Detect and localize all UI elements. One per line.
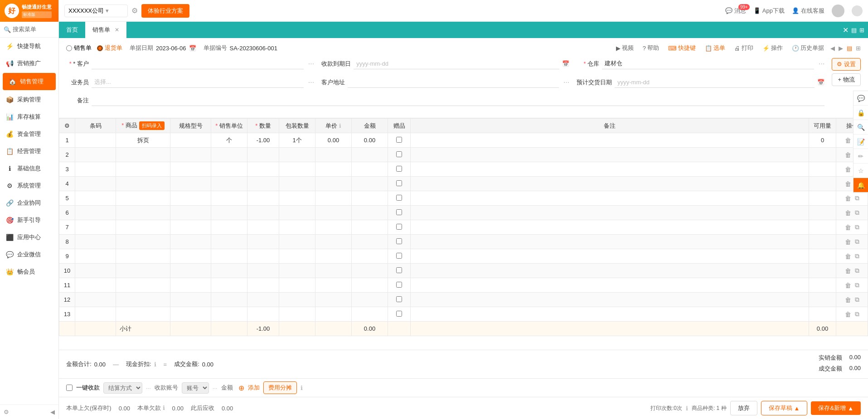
- logistics-btn[interactable]: + 物流: [832, 73, 861, 86]
- save-new-btn[interactable]: 保存&新增 ▲: [811, 401, 861, 415]
- discount-info-icon[interactable]: ℹ: [154, 361, 156, 368]
- row-product[interactable]: 拆页: [116, 133, 170, 148]
- gift-checkbox[interactable]: [396, 195, 402, 201]
- row-barcode[interactable]: [75, 133, 116, 148]
- gift-checkbox[interactable]: [396, 224, 402, 230]
- settings-bottom-icon[interactable]: ⚙: [4, 409, 9, 415]
- radio-return[interactable]: 退货单: [97, 44, 122, 52]
- sidebar-item-apps[interactable]: ⬛ 应用中心: [0, 229, 58, 246]
- warehouse-input[interactable]: 建材仓: [602, 58, 814, 69]
- help-btn[interactable]: ? 帮助: [640, 43, 662, 53]
- th-settings[interactable]: ⚙: [59, 119, 75, 133]
- sidebar-item-operation[interactable]: 📋 经营管理: [0, 143, 58, 160]
- gift-checkbox[interactable]: [396, 166, 402, 172]
- tab-sales-order[interactable]: 销售单 ✕: [85, 22, 126, 38]
- row-price[interactable]: 0.00: [315, 133, 352, 148]
- address-dots[interactable]: ···: [563, 78, 569, 87]
- delete-icon[interactable]: 🗑: [845, 311, 851, 318]
- sidebar-item-system[interactable]: ⚙ 系统管理: [0, 177, 58, 194]
- calendar3-icon[interactable]: 📅: [817, 79, 824, 86]
- copy-icon[interactable]: ⧉: [855, 194, 859, 202]
- row-pack-qty[interactable]: 1个: [279, 133, 315, 148]
- message-btn[interactable]: 💬 消息 99+: [725, 7, 746, 15]
- gift-checkbox[interactable]: [396, 253, 402, 259]
- copy-icon[interactable]: ⧉: [855, 252, 859, 260]
- float-icon-2[interactable]: 🔒: [853, 106, 868, 120]
- gift-checkbox[interactable]: [396, 238, 402, 244]
- app-download-btn[interactable]: 📱 App下载: [753, 7, 785, 15]
- print-btn[interactable]: 🖨 打印: [732, 43, 756, 53]
- save-draft-btn[interactable]: 保存草稿 ▲: [761, 401, 808, 415]
- list-view-icon[interactable]: ▤: [847, 45, 852, 52]
- sidebar-item-member[interactable]: 👑 畅会员: [0, 263, 58, 280]
- nav-next-icon[interactable]: ▶: [839, 45, 843, 52]
- layout-icon1[interactable]: ▤: [851, 27, 857, 34]
- radio-sales[interactable]: 销售单: [66, 44, 92, 52]
- calc-method-select[interactable]: 结算方式: [103, 382, 142, 394]
- float-icon-4[interactable]: 📝: [853, 135, 868, 149]
- customer-dots[interactable]: ···: [308, 60, 314, 68]
- grid-view-icon[interactable]: ⊞: [856, 45, 861, 52]
- copy-icon[interactable]: ⧉: [855, 267, 859, 275]
- order-no-value[interactable]: SA-20230606-001: [230, 45, 278, 52]
- delete-icon[interactable]: 🗑: [845, 195, 851, 202]
- close-window-icon[interactable]: ✕: [843, 26, 849, 34]
- float-icon-7[interactable]: 🔔: [853, 178, 868, 193]
- float-icon-5[interactable]: ✏: [853, 149, 868, 164]
- sidebar-item-guide[interactable]: 🎯 新手引导: [0, 212, 58, 229]
- sidebar-item-sales[interactable]: 🏠 销售管理: [3, 73, 56, 90]
- gift-checkbox[interactable]: [396, 137, 402, 143]
- gift-checkbox[interactable]: [396, 267, 402, 273]
- warehouse-dots[interactable]: ···: [819, 60, 824, 68]
- date-value[interactable]: 2023-06-06: [156, 45, 186, 52]
- delete-icon[interactable]: 🗑: [845, 137, 851, 144]
- sidebar-item-inventory[interactable]: 📊 库存核算: [0, 108, 58, 125]
- sidebar-item-collab[interactable]: 🔗 企业协同: [0, 194, 58, 212]
- sidebar-item-base[interactable]: ℹ 基础信息: [0, 160, 58, 177]
- history-btn[interactable]: 🕐 历史单据: [789, 43, 827, 53]
- remarks-input[interactable]: [92, 95, 824, 106]
- delete-icon[interactable]: 🗑: [845, 253, 851, 260]
- tab-home[interactable]: 首页: [59, 22, 85, 38]
- gift-checkbox[interactable]: [396, 311, 402, 317]
- delete-icon[interactable]: 🗑: [845, 151, 851, 159]
- delete-icon[interactable]: 🗑: [845, 282, 851, 289]
- gift-checkbox[interactable]: [396, 209, 402, 215]
- company-selector[interactable]: XXXXXX公司 ▾: [64, 5, 128, 17]
- delete-icon[interactable]: 🗑: [845, 296, 851, 303]
- nav-prev-icon[interactable]: ◀: [830, 45, 835, 52]
- add-btn-circle[interactable]: ⊕: [238, 384, 244, 392]
- radio-return-input[interactable]: [97, 45, 103, 51]
- customer-address-input[interactable]: [348, 77, 559, 88]
- user-avatar[interactable]: [832, 5, 844, 17]
- salesperson-dots[interactable]: ···: [308, 78, 314, 87]
- expected-date-input[interactable]: yyyy-mm-dd: [615, 77, 815, 88]
- expense-info-icon[interactable]: ℹ: [301, 385, 303, 391]
- select-btn[interactable]: 📋 选单: [702, 43, 728, 53]
- settings-form-btn[interactable]: ⚙ 设置: [832, 58, 861, 71]
- delete-icon[interactable]: 🗑: [845, 224, 851, 231]
- account-select[interactable]: 账号: [182, 382, 209, 394]
- trial-btn[interactable]: 体验行业方案: [141, 4, 189, 18]
- sidebar-item-marketing[interactable]: 📢 营销推广: [0, 55, 58, 72]
- shortcut-btn[interactable]: ⌨ 快捷键: [665, 43, 698, 53]
- gift-checkbox[interactable]: [396, 151, 402, 157]
- operation-btn[interactable]: ⚡ 操作: [760, 43, 786, 53]
- float-icon-3[interactable]: 🔍: [853, 120, 868, 135]
- sidebar-item-wechat[interactable]: 💬 企业微信: [0, 246, 58, 263]
- gift-checkbox[interactable]: [396, 282, 402, 288]
- scan-btn[interactable]: 扫码录入: [139, 121, 165, 130]
- copy-icon[interactable]: ⧉: [855, 281, 859, 289]
- one-click-payment-checkbox[interactable]: [66, 385, 73, 391]
- copy-icon[interactable]: ⧉: [855, 238, 859, 246]
- collapse-icon[interactable]: ◀: [50, 409, 55, 415]
- sidebar-item-quick-nav[interactable]: ⚡ 快捷导航: [0, 38, 58, 55]
- user-avatar2[interactable]: [852, 5, 863, 16]
- float-icon-6[interactable]: ☆: [853, 164, 868, 178]
- radio-sales-input[interactable]: [66, 45, 72, 51]
- sidebar-item-purchase[interactable]: 📦 采购管理: [0, 91, 58, 108]
- row-qty[interactable]: -1.00: [247, 133, 279, 148]
- float-icon-1[interactable]: 💬: [853, 91, 868, 106]
- row-remark[interactable]: [411, 133, 809, 148]
- discard-btn[interactable]: 放弃: [730, 401, 757, 415]
